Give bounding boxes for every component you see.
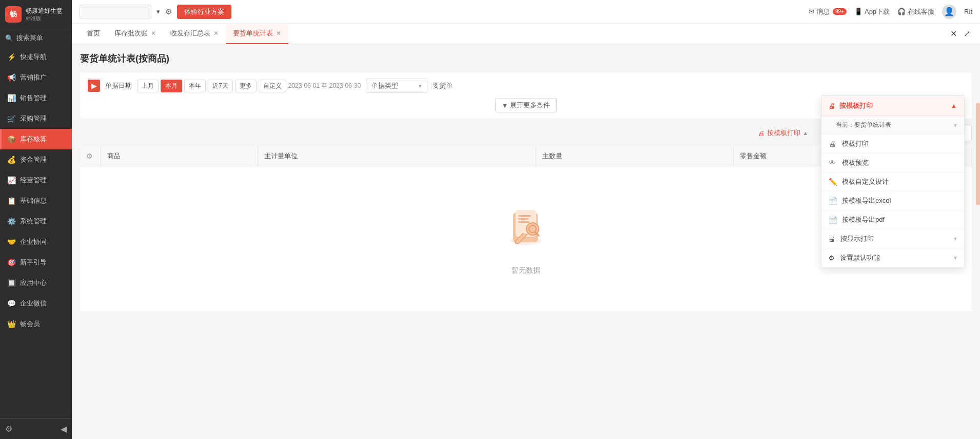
- display-print-icon: 🖨: [829, 235, 835, 243]
- table-header-product: 商品: [101, 146, 258, 166]
- date-range-display: 2023-06-01 至 2023-06-30: [288, 82, 361, 90]
- collab-icon: 🤝: [7, 237, 16, 246]
- tab-order-stats-label: 要货单统计表: [233, 29, 273, 38]
- print-btn-arrow-icon: ▲: [802, 130, 808, 136]
- print-template-button[interactable]: 🖨 按模板打印 ▲: [752, 126, 814, 140]
- phone-icon: 📱: [854, 8, 863, 15]
- tab-home[interactable]: 首页: [80, 24, 107, 44]
- inventory-icon: 📦: [7, 135, 16, 144]
- sidebar-item-finance[interactable]: 💰 资金管理: [0, 149, 72, 170]
- date-filter-label: 单据日期: [105, 81, 132, 90]
- sidebar-item-collab[interactable]: 🤝 企业协同: [0, 232, 72, 252]
- header-search-input[interactable]: [80, 5, 151, 19]
- tab-order-stats[interactable]: 要货单统计表 ✕: [226, 24, 288, 44]
- header: ▾ ⚙ 体验行业方案 ✉ 消息 99+ 📱 App下载 🎧 在线客服 👤 Rit: [72, 0, 980, 24]
- sidebar-item-marketing[interactable]: 📢 营销推广: [0, 67, 72, 88]
- goods-filter-label: 要货单: [433, 81, 453, 90]
- dropdown-item-export-excel[interactable]: 📄 按模板导出excel: [821, 192, 964, 211]
- messages-action[interactable]: ✉ 消息 99+: [809, 7, 847, 16]
- empty-illustration: [503, 202, 549, 249]
- tabs-bar: 首页 库存批次账 ✕ 收发存汇总表 ✕ 要货单统计表 ✕ ✕ ⤢: [72, 24, 980, 44]
- export-pdf-icon: 📄: [829, 216, 837, 224]
- export-excel-icon: 📄: [829, 197, 837, 205]
- sidebar-item-label: 销售管理: [20, 93, 47, 103]
- sidebar-item-sales[interactable]: 📊 销售管理: [0, 88, 72, 108]
- type-filter-select[interactable]: 单据类型 ▾: [366, 79, 427, 93]
- app-logo: 畅 畅康通好生意 标准版: [0, 0, 72, 29]
- dropdown-item-export-pdf[interactable]: 📄 按模板导出pdf: [821, 211, 964, 230]
- svg-rect-4: [518, 218, 528, 220]
- sidebar-item-label: 经营管理: [20, 176, 47, 185]
- sidebar-item-basic[interactable]: 📋 基础信息: [0, 190, 72, 211]
- marketing-icon: 📢: [7, 73, 16, 82]
- dropdown-item-template-design[interactable]: ✏️ 模板自定义设计: [821, 173, 964, 192]
- tab-summary-close[interactable]: ✕: [213, 30, 219, 37]
- app-download-action[interactable]: 📱 App下载: [854, 7, 890, 16]
- sidebar-item-label: 快捷导航: [20, 52, 47, 62]
- expand-more-button[interactable]: ▼ 展开更多条件: [495, 98, 557, 112]
- header-gear-icon[interactable]: ⚙: [165, 7, 172, 16]
- sidebar-item-label: 资金管理: [20, 155, 47, 164]
- dropdown-item-template-preview[interactable]: 👁 模板预览: [821, 154, 964, 173]
- dropdown-sub-display-print[interactable]: 🖨 按显示打印 ▾: [821, 230, 964, 249]
- apps-icon: 🔲: [7, 278, 16, 288]
- tab-order-stats-close[interactable]: ✕: [276, 30, 281, 37]
- table-header-quantity: 主数量: [536, 146, 734, 166]
- avatar[interactable]: 👤: [942, 5, 956, 19]
- main-content: ▾ ⚙ 体验行业方案 ✉ 消息 99+ 📱 App下载 🎧 在线客服 👤 Rit: [72, 0, 980, 439]
- dropdown-sub-default-settings[interactable]: ⚙ 设置默认功能 ▾: [821, 249, 964, 268]
- table-settings-icon[interactable]: ⚙: [86, 152, 93, 160]
- right-scrollbar[interactable]: [976, 103, 980, 205]
- date-btn-7days[interactable]: 近7天: [208, 80, 233, 92]
- messages-label: 消息: [816, 7, 830, 16]
- sidebar-item-inventory[interactable]: 📦 库存核算: [0, 129, 72, 149]
- sidebar-item-label: 系统管理: [20, 217, 47, 226]
- date-btn-this-year[interactable]: 本年: [184, 80, 206, 92]
- close-tab-btn[interactable]: ✕: [948, 27, 959, 41]
- date-btn-last-month[interactable]: 上月: [137, 80, 159, 92]
- sidebar-item-label: 应用中心: [20, 278, 47, 288]
- dropdown-current-item[interactable]: 当前：要货单统计表 ▾: [821, 116, 964, 135]
- date-btn-custom[interactable]: 自定义: [259, 80, 286, 92]
- collapse-icon[interactable]: ◀: [61, 424, 67, 434]
- date-btn-more[interactable]: 更多: [235, 80, 257, 92]
- sidebar-search[interactable]: 🔍 搜索菜单: [0, 29, 72, 47]
- sidebar-item-guide[interactable]: 🎯 新手引导: [0, 252, 72, 273]
- svg-rect-3: [518, 215, 531, 217]
- sidebar-item-label: 新手引导: [20, 258, 47, 267]
- sidebar-item-wechat[interactable]: 💬 企业微信: [0, 293, 72, 314]
- dropdown-arrow-icon: ▾: [156, 8, 160, 15]
- template-preview-icon: 👁: [829, 159, 837, 167]
- message-icon: ✉: [809, 8, 814, 15]
- dropdown-collapse-icon[interactable]: ▲: [951, 102, 957, 109]
- tab-inventory-batch-close[interactable]: ✕: [151, 30, 156, 37]
- sidebar-item-system[interactable]: ⚙️ 系统管理: [0, 211, 72, 232]
- sidebar-item-operations[interactable]: 📈 经营管理: [0, 170, 72, 190]
- date-btn-this-month[interactable]: 本月: [161, 80, 182, 92]
- finance-icon: 💰: [7, 155, 16, 164]
- sidebar-item-purchase[interactable]: 🛒 采购管理: [0, 108, 72, 129]
- page-content: 要货单统计表(按商品) ▶ 单据日期 上月 本月 本年 近7天 更多 自定义 2…: [72, 44, 980, 439]
- dropdown-header[interactable]: 🖨 按模板打印 ▲: [821, 96, 964, 116]
- maximize-tab-btn[interactable]: ⤢: [962, 27, 972, 41]
- header-dropdown[interactable]: ▾: [156, 8, 160, 15]
- online-service-action[interactable]: 🎧 在线客服: [897, 7, 934, 16]
- filter-row-1: ▶ 单据日期 上月 本月 本年 近7天 更多 自定义 2023-06-01 至 …: [88, 79, 964, 93]
- print-template-dropdown: 🖨 按模板打印 ▲ 当前：要货单统计表 ▾ 🖨 模板打印 👁 模板预览 ✏️ 模…: [821, 96, 965, 268]
- sidebar-item-apps[interactable]: 🔲 应用中心: [0, 273, 72, 293]
- online-service-label: 在线客服: [908, 7, 934, 16]
- sidebar-item-quick-nav[interactable]: ⚡ 快捷导航: [0, 47, 72, 67]
- dropdown-item-label: 模板打印: [842, 139, 869, 148]
- default-settings-arrow-icon: ▾: [954, 254, 957, 261]
- trial-button[interactable]: 体验行业方案: [177, 5, 231, 19]
- sidebar-item-label: 企业微信: [20, 299, 47, 308]
- settings-footer-icon[interactable]: ⚙: [5, 424, 12, 434]
- tab-summary[interactable]: 收发存汇总表 ✕: [163, 24, 226, 44]
- system-icon: ⚙️: [7, 217, 16, 226]
- dropdown-item-template-print[interactable]: 🖨 模板打印: [821, 135, 964, 154]
- filter-expand-button[interactable]: ▶: [88, 80, 100, 92]
- sidebar-footer: ⚙ ◀: [0, 418, 72, 439]
- sidebar-item-member[interactable]: 👑 畅会员: [0, 314, 72, 334]
- sidebar-item-label: 营销推广: [20, 73, 47, 82]
- tab-inventory-batch[interactable]: 库存批次账 ✕: [107, 24, 163, 44]
